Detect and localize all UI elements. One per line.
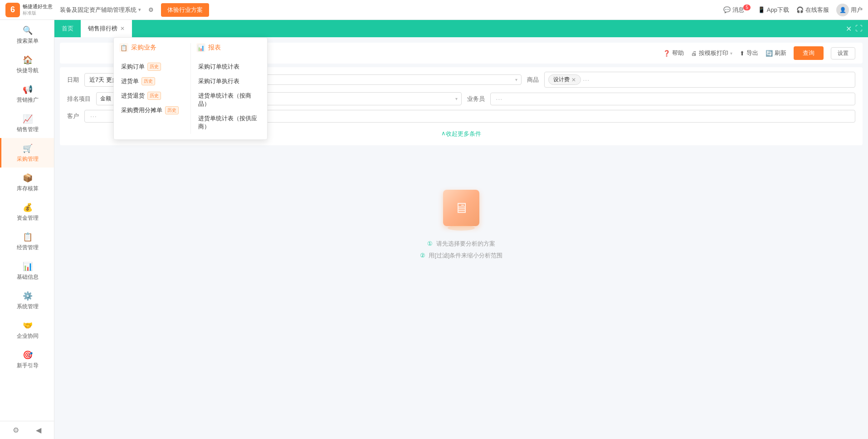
dropdown-item-order-exec-label: 采购订单执行表 [198,77,239,85]
sidebar-item-operation-label: 经营管理 [17,244,39,252]
inventory-icon: 📦 [23,173,33,183]
dropdown-item-inbound[interactable]: 进货单 历史 [119,74,185,89]
refresh-label: 刷新 [775,49,786,57]
logo-text: 畅捷通好生意 [23,3,53,10]
sidebar-item-search[interactable]: 🔍 搜索菜单 [0,20,54,49]
dropdown-item-purchase-order[interactable]: 采购订单 历史 [119,59,185,74]
tab-home[interactable]: 首页 [54,20,81,37]
help-btn[interactable]: ❓ 帮助 [663,49,684,57]
purchase-icon: 🛒 [23,143,33,153]
goods-field[interactable]: 设计费 ✕ ··· [544,72,855,88]
tip-num-1: ① [427,240,433,247]
goods-more-icon[interactable]: ··· [583,76,590,84]
sidebar-collapse-btn[interactable]: ◀ [36,426,41,434]
online-service-label: 在线客服 [805,6,829,14]
export-label: 导出 [746,49,758,57]
logo-sub: 标准版 [23,10,53,16]
dropdown-item-inbound-supplier[interactable]: 进货单统计表（按供应商） [196,111,262,134]
tab-bar-right: ✕ ⛶ [846,25,868,33]
dropdown-section-report: 📊 报表 采购订单统计表 采购订单执行表 进货单统计表（按商品） 进货单统计表（… [190,43,268,134]
search-icon: 🔍 [23,25,33,35]
refresh-btn[interactable]: 🔄 刷新 [766,49,786,57]
sidebar-item-sales[interactable]: 📈 销售管理 [0,109,54,138]
sidebar-item-collab[interactable]: 🤝 企业协同 [0,315,54,345]
dropdown-item-inbound-goods-label: 进货单统计表（按商品） [198,92,260,108]
tab-sales-rank[interactable]: 销售排行榜 ✕ [81,20,132,37]
print-btn[interactable]: 🖨 按模板打印 ▾ [691,49,732,57]
tip-text-1: 请先选择要分析的方案 [436,240,495,247]
sidebar-item-finance[interactable]: 💰 资金管理 [0,197,54,227]
history-badge-1: 历史 [147,63,161,71]
industry-btn[interactable]: 体验行业方案 [161,3,209,17]
sidebar-item-sales-label: 销售管理 [17,126,39,133]
message-badge: 5 [743,5,751,10]
marketing-icon: 📢 [23,84,33,94]
message-btn[interactable]: 💬 消息 5 [723,6,751,14]
headset-icon: 🎧 [796,6,804,13]
dropdown-item-order-stat[interactable]: 采购订单统计表 [196,59,262,74]
empty-tip-1: ① 请先选择要分析的方案 [427,238,495,250]
dropdown-item-purchase-order-label: 采购订单 [121,63,145,71]
chevron-down-icon: ▾ [515,77,517,82]
purchase-section-title-text: 采购业务 [131,44,156,52]
tab-close-all-icon[interactable]: ✕ [846,25,852,33]
sidebar-item-inventory[interactable]: 📦 库存核算 [0,168,54,197]
phone-icon: 📱 [758,6,765,13]
date-label: 日期 [67,76,79,84]
dropdown-item-cost-label: 采购费用分摊单 [121,106,162,114]
goods-tag: 设计费 ✕ [548,74,581,85]
sidebar: 🔍 搜索菜单 🏠 快捷导航 📢 营销推广 📈 销售管理 🛒 采购管理 📦 库存核… [0,20,54,439]
app-download-btn[interactable]: 📱 App下载 [758,6,789,14]
tab-expand-icon[interactable]: ⛶ [855,25,863,33]
collapse-icon: ∧ [441,130,446,138]
customer-label: 客户 [67,112,79,120]
query-btn[interactable]: 查询 [794,46,824,60]
history-badge-4: 历史 [165,106,179,114]
empty-icon: 🖥 [439,185,484,231]
report-section-icon: 📊 [196,43,205,52]
sidebar-item-system[interactable]: ⚙️ 系统管理 [0,286,54,315]
goods-tag-close-icon[interactable]: ✕ [571,77,576,83]
dropdown-item-cost[interactable]: 采购费用分摊单 历史 [119,103,185,118]
date-days-value: 近7天 [89,76,104,84]
online-service-btn[interactable]: 🎧 在线客服 [796,6,829,14]
sidebar-item-marketing[interactable]: 📢 营销推广 [0,79,54,109]
sidebar-item-purchase-label: 采购管理 [17,155,39,163]
salesperson-field[interactable]: ··· [490,93,856,105]
tab-close-icon[interactable]: ✕ [120,25,125,32]
sidebar-item-search-label: 搜索菜单 [17,37,39,45]
print-icon: 🖨 [691,50,697,57]
history-badge-2: 历史 [141,77,155,85]
main-layout: 🔍 搜索菜单 🏠 快捷导航 📢 营销推广 📈 销售管理 🛒 采购管理 📦 库存核… [0,20,868,439]
tab-home-label: 首页 [62,25,73,33]
sidebar-item-guide[interactable]: 🎯 新手引导 [0,345,54,374]
avatar: 👤 [836,4,849,16]
dropdown-item-order-exec[interactable]: 采购订单执行表 [196,74,262,89]
settings-icon-btn[interactable]: ⚙ [145,4,157,16]
set-btn[interactable]: 设置 [831,47,855,59]
salesperson-label: 业务员 [467,95,485,103]
chevron-down-icon[interactable]: ▾ [138,7,141,13]
tip-num-2: ② [420,252,425,259]
user-btn[interactable]: 👤 用户 [836,4,863,16]
sidebar-settings-btn[interactable]: ⚙ [13,426,19,434]
tab-sales-rank-label: 销售排行榜 [88,25,117,33]
rank-label: 排名项目 [67,95,91,103]
dropdown-item-return[interactable]: 进货退货 历史 [119,89,185,103]
sidebar-item-purchase[interactable]: 🛒 采购管理 [0,138,54,168]
collapse-text: 收起更多条件 [446,130,481,138]
system-title-text: 装备及固定资产辅助管理系统 [60,6,137,14]
sidebar-item-operation[interactable]: 📋 经营管理 [0,227,54,256]
dropdown-item-inbound-goods[interactable]: 进货单统计表（按商品） [196,89,262,111]
sidebar-item-nav[interactable]: 🏠 快捷导航 [0,49,54,79]
dropdown-sections: 📋 采购业务 采购订单 历史 进货单 历史 进货退货 历史 [114,43,267,134]
top-header: 6 畅捷通好生意 标准版 装备及固定资产辅助管理系统 ▾ ⚙ 体验行业方案 💬 … [0,0,868,20]
collab-icon: 🤝 [23,321,33,330]
export-btn[interactable]: ⬆ 导出 [740,49,758,57]
header-right: 💬 消息 5 📱 App下载 🎧 在线客服 👤 用户 [723,4,863,16]
sidebar-item-basic[interactable]: 📊 基础信息 [0,256,54,286]
sidebar-item-marketing-label: 营销推广 [17,96,39,104]
sidebar-item-system-label: 系统管理 [17,303,39,311]
salesperson-more-icon[interactable]: ··· [496,95,503,103]
customer-more-icon[interactable]: ··· [90,113,97,120]
